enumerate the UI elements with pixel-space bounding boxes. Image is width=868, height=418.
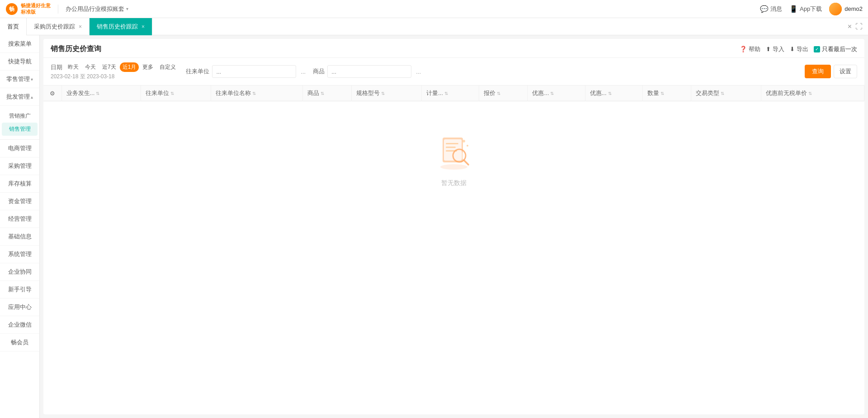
last-only-checkbox[interactable]	[814, 46, 820, 52]
date-btn-7days[interactable]: 近7天	[99, 62, 119, 72]
tab-bar: 首页 采购历史价跟踪 × 销售历史价跟踪 × × ⛶	[0, 18, 868, 35]
wechat-label: 企业微信	[8, 321, 32, 329]
date-btn-yesterday[interactable]: 昨天	[65, 62, 81, 72]
col-spec[interactable]: 规格型号 ⇅	[351, 86, 421, 101]
col-partner-code[interactable]: 往来单位 ⇅	[141, 86, 211, 101]
sidebar-item-sales-mgmt[interactable]: 销售管理	[2, 123, 38, 136]
sidebar-item-basic[interactable]: 基础信息	[0, 228, 39, 246]
col-goods[interactable]: 商品 ⇅	[303, 86, 351, 101]
col-spec-content: 规格型号 ⇅	[356, 89, 417, 97]
date-btn-1month[interactable]: 近1月	[120, 62, 139, 72]
sidebar-item-shortcut[interactable]: 快捷导航	[0, 53, 39, 71]
svg-line-10	[464, 160, 468, 165]
sidebar-item-marketing[interactable]: 营销推广	[2, 109, 38, 123]
date-btn-more[interactable]: 更多	[140, 62, 156, 72]
close-tab-icon[interactable]: ×	[848, 23, 852, 31]
col-quantity[interactable]: 数量 ⇅	[642, 86, 691, 101]
sidebar-item-retail[interactable]: 零售管理 ▾	[0, 71, 39, 88]
user-avatar[interactable]: demo2	[829, 3, 863, 15]
col-trade-type-label: 交易类型	[696, 89, 719, 97]
workspace-selector[interactable]: 办公用品行业模拟账套 ▾	[66, 5, 128, 13]
col-discount2-content: 优惠... ⇅	[590, 89, 638, 97]
tab-purchase[interactable]: 采购历史价跟踪 ×	[27, 18, 90, 35]
goods-filter-input[interactable]	[327, 65, 411, 78]
import-label: 导入	[773, 45, 784, 53]
header-left: 畅 畅捷通好生意 标准版 办公用品行业模拟账套 ▾	[5, 3, 128, 15]
app-download-button[interactable]: 📱 App下载	[789, 5, 822, 13]
svg-text:畅: 畅	[9, 6, 14, 12]
empty-text: 暂无数据	[441, 179, 467, 187]
sidebar-item-member[interactable]: 畅会员	[0, 334, 39, 352]
col-partner-name-label: 往来单位名称	[216, 89, 251, 97]
col-pretax-price[interactable]: 优惠前无税单价 ⇅	[761, 86, 864, 101]
sidebar-item-ecommerce[interactable]: 电商管理	[0, 140, 39, 157]
tab-purchase-label: 采购历史价跟踪	[34, 23, 75, 31]
col-quote[interactable]: 报价 ⇅	[479, 86, 528, 101]
col-spec-label: 规格型号	[356, 89, 380, 97]
svg-rect-6	[446, 147, 456, 148]
partner-filter-input[interactable]	[212, 65, 296, 78]
wholesale-section: 营销推广 销售管理	[0, 106, 39, 140]
sort-icon-biz-date: ⇅	[96, 91, 99, 96]
import-button[interactable]: ⬆ 导入	[766, 45, 784, 53]
col-partner-name[interactable]: 往来单位名称 ⇅	[211, 86, 303, 101]
col-trade-type[interactable]: 交易类型 ⇅	[691, 86, 761, 101]
empty-state: 暂无数据	[43, 101, 864, 214]
sidebar-item-wechat[interactable]: 企业微信	[0, 316, 39, 334]
guide-label: 新手引导	[8, 285, 32, 294]
sidebar-item-enterprise[interactable]: 企业协同	[0, 263, 39, 281]
page-title: 销售历史价查询	[51, 44, 101, 54]
sidebar-item-operations[interactable]: 经营管理	[0, 210, 39, 228]
message-button[interactable]: 💬 消息	[760, 5, 782, 13]
col-partner-code-label: 往来单位	[146, 89, 169, 97]
maximize-icon[interactable]: ⛶	[855, 23, 863, 31]
wholesale-arrow-icon: ▴	[31, 95, 33, 100]
goods-filter-group: 商品 ...	[313, 65, 421, 78]
help-button[interactable]: ❓ 帮助	[740, 45, 760, 53]
col-discount2[interactable]: 优惠... ⇅	[585, 86, 642, 101]
message-label: 消息	[770, 5, 782, 13]
col-discount1[interactable]: 优惠... ⇅	[528, 86, 585, 101]
sidebar-search-label: 搜索菜单	[8, 40, 32, 48]
top-header: 畅 畅捷通好生意 标准版 办公用品行业模拟账套 ▾ 💬 消息 📱 App下载 d…	[0, 0, 868, 18]
basic-label: 基础信息	[8, 233, 32, 241]
ecommerce-label: 电商管理	[8, 144, 32, 152]
apps-label: 应用中心	[8, 303, 32, 311]
member-label: 畅会员	[11, 338, 28, 347]
tab-sales-close[interactable]: ×	[142, 24, 145, 29]
col-pretax-price-label: 优惠前无税单价	[766, 89, 807, 97]
col-biz-date[interactable]: 业务发生... ⇅	[61, 86, 141, 101]
query-button[interactable]: 查询	[805, 65, 831, 78]
sidebar-item-finance[interactable]: 资金管理	[0, 193, 39, 210]
sidebar-item-search[interactable]: 搜索菜单	[0, 35, 39, 53]
operations-label: 经营管理	[8, 215, 32, 223]
message-icon: 💬	[760, 5, 769, 13]
sidebar-item-wholesale[interactable]: 批发管理 ▴	[0, 88, 39, 106]
logo-text: 畅捷通好生意 标准版	[21, 3, 51, 14]
last-only-checkbox-area[interactable]: 只看最后一次	[814, 45, 857, 53]
table-header-row: ⚙ 业务发生... ⇅ 往来单位	[43, 86, 864, 101]
sidebar-item-purchase-mgmt[interactable]: 采购管理	[0, 157, 39, 175]
date-btn-today[interactable]: 今天	[82, 62, 99, 72]
col-settings[interactable]: ⚙	[43, 86, 61, 101]
setting-button[interactable]: 设置	[834, 65, 857, 78]
sidebar-item-inventory[interactable]: 库存核算	[0, 175, 39, 193]
sort-icon-discount2: ⇅	[608, 91, 612, 96]
tab-purchase-close[interactable]: ×	[79, 24, 82, 29]
data-table: ⚙ 业务发生... ⇅ 往来单位	[43, 86, 864, 101]
col-partner-code-content: 往来单位 ⇅	[146, 89, 206, 97]
col-unit[interactable]: 计量... ⇅	[421, 86, 479, 101]
content-area: 销售历史价查询 ❓ 帮助 ⬆ 导入 ⬇ 导出	[40, 35, 868, 418]
sidebar-shortcut-label: 快捷导航	[8, 57, 32, 66]
last-only-label: 只看最后一次	[822, 45, 857, 53]
sidebar-item-system[interactable]: 系统管理	[0, 246, 39, 263]
col-biz-date-label: 业务发生...	[66, 89, 95, 97]
tab-sales[interactable]: 销售历史价跟踪 ×	[90, 18, 152, 35]
date-btn-custom[interactable]: 自定义	[157, 62, 179, 72]
avatar-circle	[829, 3, 842, 15]
tab-home[interactable]: 首页	[0, 18, 27, 35]
sidebar-item-apps[interactable]: 应用中心	[0, 299, 39, 316]
export-button[interactable]: ⬇ 导出	[790, 45, 808, 53]
sidebar-item-guide[interactable]: 新手引导	[0, 281, 39, 299]
sort-icon-unit: ⇅	[444, 91, 448, 96]
